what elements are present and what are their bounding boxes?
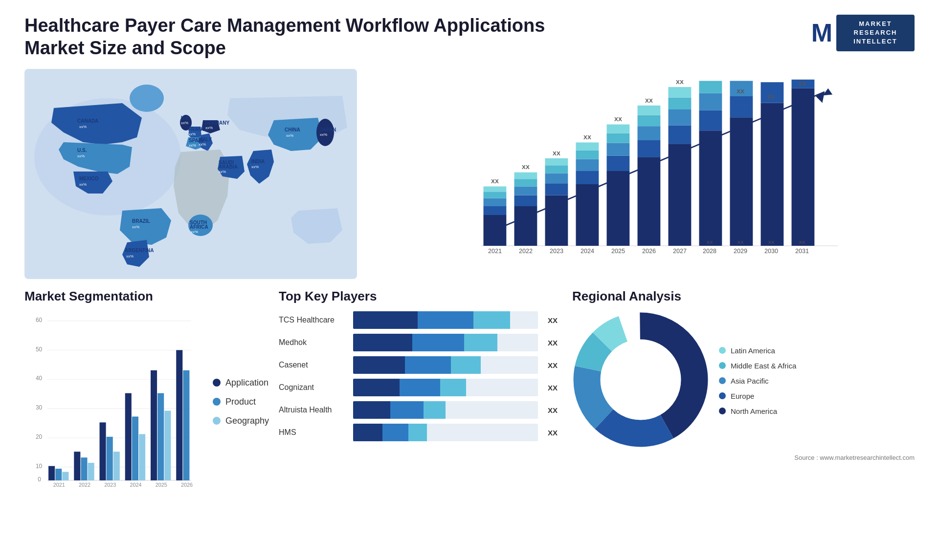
svg-rect-90 xyxy=(730,96,753,117)
player-name-altruista: Altruista Health xyxy=(279,406,347,414)
player-bar-seg2-casenet xyxy=(405,356,451,374)
player-name-casenet: Casenet xyxy=(279,361,347,369)
page-title: Healthcare Payer Care Management Workflo… xyxy=(24,15,545,59)
svg-rect-89 xyxy=(730,117,753,246)
svg-text:XX: XX xyxy=(676,79,684,85)
regional-title: Regional Analysis xyxy=(572,289,915,304)
svg-rect-80 xyxy=(669,109,692,125)
svg-rect-69 xyxy=(607,133,630,143)
svg-rect-93 xyxy=(761,82,784,103)
legend-item-product: Product xyxy=(213,397,269,407)
player-bar-tcs xyxy=(353,311,538,329)
svg-text:xx%: xx% xyxy=(126,254,134,258)
svg-text:xx%: xx% xyxy=(191,230,198,234)
svg-text:ARABIA: ARABIA xyxy=(219,164,238,170)
svg-rect-149 xyxy=(183,370,189,480)
source-text: Source : www.marketresearchintellect.com xyxy=(572,454,915,461)
player-bar-seg3-casenet xyxy=(451,356,480,374)
svg-text:xx%: xx% xyxy=(77,154,85,158)
svg-text:XX: XX xyxy=(583,134,591,140)
svg-text:XX: XX xyxy=(798,80,806,86)
reg-legend-mea: Middle East & Africa xyxy=(719,362,796,370)
seg-legend: Application Product Geography xyxy=(208,311,269,492)
svg-text:XX: XX xyxy=(553,150,560,156)
page-container: Healthcare Payer Care Management Workflo… xyxy=(0,0,939,560)
svg-text:ITALY: ITALY xyxy=(199,137,212,142)
svg-rect-55 xyxy=(545,183,568,195)
player-bar-seg1-hms xyxy=(353,424,382,441)
svg-text:XX: XX xyxy=(614,116,622,122)
svg-text:BRAZIL: BRAZIL xyxy=(132,218,150,224)
logo-text: MARKET RESEARCH INTELLECT xyxy=(836,15,915,51)
svg-text:XX: XX xyxy=(768,239,775,245)
svg-rect-79 xyxy=(669,126,692,144)
svg-text:XX: XX xyxy=(645,97,653,104)
donut-wrapper xyxy=(572,311,709,450)
svg-text:GERMANY: GERMANY xyxy=(204,120,229,126)
svg-text:INDIA: INDIA xyxy=(251,159,265,164)
svg-text:xx%: xx% xyxy=(132,225,139,229)
svg-rect-129 xyxy=(55,469,62,480)
player-bar-seg2-altruista xyxy=(390,401,424,419)
reg-legend-na: North America xyxy=(719,407,796,415)
svg-text:0: 0 xyxy=(38,476,41,483)
svg-rect-142 xyxy=(139,434,145,481)
player-label-cognizant: XX xyxy=(548,384,562,392)
svg-rect-132 xyxy=(74,452,80,480)
svg-text:10: 10 xyxy=(36,463,43,470)
player-bar-medhok xyxy=(353,334,538,351)
legend-item-geography: Geography xyxy=(213,416,269,426)
player-row-cognizant: Cognizant XX xyxy=(279,379,562,396)
player-label-hms: XX xyxy=(548,429,562,437)
player-name-cognizant: Cognizant xyxy=(279,383,347,392)
world-map-svg: CANADA xx% U.S. xx% MEXICO xx% BRAZIL xx… xyxy=(24,69,357,279)
reg-dot-na xyxy=(719,408,726,414)
player-bar-seg1-medhok xyxy=(353,334,412,351)
logo-block: M MARKET RESEARCH INTELLECT xyxy=(811,15,915,51)
svg-text:xx%: xx% xyxy=(79,125,87,129)
svg-text:2021: 2021 xyxy=(53,482,65,488)
top-section: CANADA xx% U.S. xx% MEXICO xx% BRAZIL xx… xyxy=(24,69,915,279)
player-row-hms: HMS XX xyxy=(279,424,562,441)
svg-text:AFRICA: AFRICA xyxy=(190,224,208,230)
world-map-container: CANADA xx% U.S. xx% MEXICO xx% BRAZIL xx… xyxy=(24,69,357,279)
svg-text:2026: 2026 xyxy=(642,248,656,255)
svg-rect-60 xyxy=(576,184,599,246)
segmentation-title: Market Segmentation xyxy=(24,289,269,304)
player-bar-cognizant xyxy=(353,379,538,396)
svg-rect-61 xyxy=(576,171,599,184)
svg-text:XX: XX xyxy=(767,93,775,100)
svg-rect-144 xyxy=(151,370,157,480)
svg-text:2024: 2024 xyxy=(130,482,141,488)
svg-rect-73 xyxy=(638,140,661,157)
player-row-tcs: TCS Healthcare XX xyxy=(279,311,562,329)
player-bar-seg1-casenet xyxy=(353,356,405,374)
svg-rect-44 xyxy=(484,198,507,206)
svg-text:2022: 2022 xyxy=(79,482,90,488)
reg-dot-latin xyxy=(719,347,726,354)
svg-point-156 xyxy=(601,340,681,420)
player-label-altruista: XX xyxy=(548,406,562,414)
svg-text:50: 50 xyxy=(36,346,43,353)
svg-rect-87 xyxy=(699,81,722,93)
segmentation-panel: Market Segmentation 60 50 40 30 20 10 0 xyxy=(24,289,269,504)
player-name-tcs: TCS Healthcare xyxy=(279,316,347,324)
svg-rect-72 xyxy=(638,157,661,246)
svg-rect-75 xyxy=(638,115,661,127)
player-bar-seg3-altruista xyxy=(424,401,446,419)
svg-text:2025: 2025 xyxy=(611,248,625,255)
svg-rect-67 xyxy=(607,156,630,172)
svg-rect-62 xyxy=(576,159,599,171)
player-row-medhok: Medhok XX xyxy=(279,334,562,351)
svg-text:U.S.: U.S. xyxy=(77,148,87,153)
svg-text:2030: 2030 xyxy=(764,248,778,255)
svg-text:40: 40 xyxy=(36,375,43,382)
svg-text:2021: 2021 xyxy=(488,248,502,255)
svg-rect-70 xyxy=(607,125,630,133)
svg-rect-43 xyxy=(484,206,507,215)
svg-rect-82 xyxy=(669,87,692,98)
svg-rect-68 xyxy=(607,143,630,156)
svg-rect-148 xyxy=(176,350,182,481)
svg-text:xx%: xx% xyxy=(251,165,259,169)
svg-rect-46 xyxy=(484,187,507,192)
